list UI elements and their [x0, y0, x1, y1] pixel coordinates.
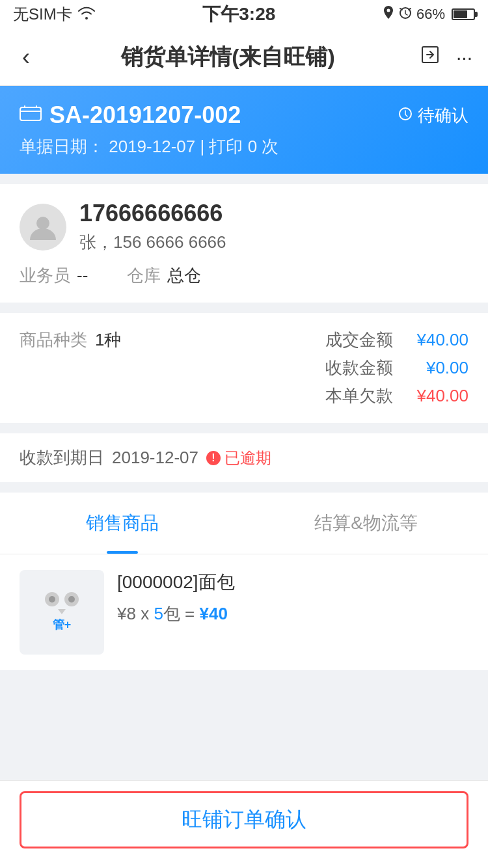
share-icon[interactable]: [420, 44, 441, 70]
warehouse-value: 总仓: [167, 264, 201, 287]
customer-row: 17666666666 张，156 6666 6666: [20, 200, 468, 254]
sales-label: 业务员: [20, 264, 70, 287]
warehouse-label: 仓库: [127, 264, 161, 287]
product-type-label: 商品种类: [20, 329, 87, 351]
owl-beak: [58, 609, 66, 614]
sales-info: 业务员 --: [20, 264, 88, 287]
confirm-order-button[interactable]: 旺铺订单确认: [20, 791, 468, 848]
tabs-section: 销售商品 结算&物流等 管+ [0000002]面包 ¥8 x 5包 = ¥40: [0, 493, 488, 670]
received-value: ¥0.00: [403, 358, 468, 378]
bottom-bar: 旺铺订单确认: [0, 780, 488, 868]
customer-info: 17666666666 张，156 6666 6666: [79, 200, 226, 254]
status-bar: 无SIM卡 下午3:28 66%: [0, 0, 488, 29]
overdue-badge: ! 已逾期: [206, 448, 271, 468]
order-id: SA-20191207-002: [20, 102, 241, 129]
summary-section: 商品种类 1种 成交金额 ¥40.00 收款金额 ¥0.00 本单欠款 ¥40.…: [0, 313, 488, 423]
owl-text: 管+: [53, 617, 72, 632]
product-info: [0000002]面包 ¥8 x 5包 = ¥40: [117, 570, 468, 625]
status-left: 无SIM卡: [13, 4, 96, 25]
header-card: SA-20191207-002 待确认 单据日期： 2019-12-07 | 打…: [0, 86, 488, 174]
owl-eyes: [45, 592, 79, 606]
summary-grid: 商品种类 1种 成交金额 ¥40.00 收款金额 ¥0.00 本单欠款 ¥40.…: [20, 329, 468, 407]
product-price: ¥8 x 5包 = ¥40: [117, 603, 468, 625]
transaction-value: ¥40.00: [403, 330, 468, 350]
clock-icon: [398, 105, 413, 126]
tab-sales-products[interactable]: 销售商品: [0, 493, 244, 554]
owl-eye-left: [45, 592, 59, 606]
tabs-header: 销售商品 结算&物流等: [0, 493, 488, 554]
tab-settlement-logistics[interactable]: 结算&物流等: [244, 493, 488, 554]
header-card-top: SA-20191207-002 待确认: [20, 102, 468, 129]
due-date-value: 2019-12-07: [112, 448, 198, 468]
owed-value: ¥40.00: [403, 386, 468, 406]
sales-value: --: [77, 265, 88, 286]
more-icon[interactable]: ···: [456, 46, 472, 68]
transaction-label: 成交金额: [325, 329, 393, 351]
time-display: 下午3:28: [202, 2, 275, 27]
order-status-badge: 待确认: [398, 104, 468, 127]
transaction-row: 成交金额 ¥40.00: [325, 329, 468, 351]
product-image: 管+: [20, 570, 104, 655]
svg-point-4: [36, 217, 49, 230]
customer-section: 17666666666 张，156 6666 6666 业务员 -- 仓库 总仓: [0, 184, 488, 303]
wifi-icon: [77, 5, 96, 23]
overdue-text: 已逾期: [224, 448, 271, 468]
received-row: 收款金额 ¥0.00: [325, 357, 468, 379]
back-button[interactable]: ‹: [16, 37, 36, 77]
page-title: 销货单详情(来自旺铺): [36, 42, 420, 72]
product-type-value: 1种: [95, 329, 121, 351]
owl-eye-right: [64, 592, 79, 606]
alarm-icon: [398, 5, 413, 23]
due-date-label: 收款到期日: [20, 446, 104, 469]
warehouse-info: 仓库 总仓: [127, 264, 201, 287]
carrier-label: 无SIM卡: [13, 4, 72, 25]
nav-right-actions: ···: [420, 44, 472, 70]
owed-label: 本单欠款: [325, 385, 393, 407]
order-icon: [20, 102, 42, 129]
customer-meta: 业务员 -- 仓库 总仓: [20, 264, 468, 287]
product-name: [0000002]面包: [117, 570, 468, 595]
customer-phone: 17666666666: [79, 200, 226, 227]
location-icon: [383, 5, 394, 23]
status-right: 66%: [383, 5, 475, 23]
nav-bar: ‹ 销货单详情(来自旺铺) ···: [0, 29, 488, 86]
customer-name: 张，156 6666 6666: [79, 231, 226, 254]
svg-rect-2: [20, 107, 41, 120]
avatar: [20, 204, 66, 251]
financial-summary: 成交金额 ¥40.00 收款金额 ¥0.00 本单欠款 ¥40.00: [325, 329, 468, 407]
product-item: 管+ [0000002]面包 ¥8 x 5包 = ¥40: [20, 570, 468, 655]
battery-icon: [452, 8, 475, 20]
product-type-info: 商品种类 1种: [20, 329, 121, 351]
battery-percentage: 66%: [416, 6, 445, 23]
overdue-icon: !: [206, 451, 221, 465]
product-section: 管+ [0000002]面包 ¥8 x 5包 = ¥40: [0, 554, 488, 670]
order-date-info: 单据日期： 2019-12-07 | 打印 0 次: [20, 135, 468, 158]
received-label: 收款金额: [325, 357, 393, 379]
owed-row: 本单欠款 ¥40.00: [325, 385, 468, 407]
due-section: 收款到期日 2019-12-07 ! 已逾期: [0, 433, 488, 482]
